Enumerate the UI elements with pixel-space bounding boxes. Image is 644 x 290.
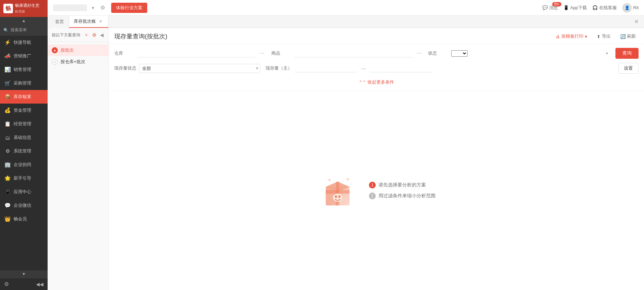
messages-badge: 99+ bbox=[552, 2, 561, 6]
chevron-up-icon: ⌃⌃ bbox=[359, 80, 366, 85]
vip-icon: 👑 bbox=[4, 216, 11, 222]
filter-dash: — bbox=[360, 66, 367, 71]
sidebar-item-finance[interactable]: 💰 资金管理 bbox=[0, 104, 48, 117]
svg-rect-4 bbox=[326, 190, 350, 194]
collapse-left-panel-btn[interactable]: ◀ bbox=[99, 32, 104, 38]
sidebar-item-label: 资金管理 bbox=[14, 107, 31, 113]
status-filter: 状态 全部 ▾ bbox=[428, 50, 610, 57]
tab-close-btn[interactable]: ✕ bbox=[98, 19, 103, 24]
sidebar-search[interactable]: 🔍 搜索菜单 bbox=[0, 24, 48, 36]
tab-home[interactable]: 首页 bbox=[50, 16, 69, 28]
user-name: Rit bbox=[633, 5, 639, 10]
sidebar-item-operations[interactable]: 📋 经营管理 bbox=[0, 117, 48, 131]
warehouse-label: 仓库 bbox=[114, 50, 135, 56]
sidebar-item-vip[interactable]: 👑 畅会员 bbox=[0, 212, 48, 226]
enterprise-icon: 🏢 bbox=[4, 161, 11, 168]
inventory-icon: 📦 bbox=[4, 93, 11, 100]
sidebar-item-wechat[interactable]: 💬 企业微信 bbox=[0, 199, 48, 212]
app-version: 标准版 bbox=[15, 9, 39, 14]
add-scheme-btn[interactable]: ＋ bbox=[83, 31, 89, 39]
sidebar-item-basic[interactable]: 🗂 基础信息 bbox=[0, 131, 48, 144]
tip-number-1: 1 bbox=[369, 182, 376, 188]
product-more-icon[interactable]: ··· bbox=[416, 50, 423, 56]
sidebar-item-purchase[interactable]: 🛒 采购管理 bbox=[0, 76, 48, 90]
scheme-item-batch[interactable]: ● 按批次 bbox=[48, 44, 108, 56]
sidebar-item-newguide[interactable]: 🌟 新手引导 bbox=[0, 171, 48, 185]
sidebar-item-inventory[interactable]: 📦 库存核算 bbox=[0, 90, 48, 104]
content-area: 按以下方案查询 ＋ ⚙ ◀ ● 按批次 ○ 按仓库+批次 bbox=[48, 28, 644, 290]
wechat-icon: 💬 bbox=[4, 202, 11, 209]
inventory-qty-from-input[interactable] bbox=[295, 64, 357, 72]
topbar-settings-btn[interactable]: ⚙ bbox=[99, 3, 106, 12]
scheme-list: ● 按批次 ○ 按仓库+批次 bbox=[48, 42, 108, 290]
svg-point-7 bbox=[338, 195, 340, 198]
sidebar-item-enterprise[interactable]: 🏢 企业协同 bbox=[0, 158, 48, 171]
topbar-breadcrumb-input[interactable] bbox=[53, 4, 87, 11]
refresh-btn[interactable]: 🔄 刷新 bbox=[617, 32, 639, 41]
tabbar: 首页 库存批次账 ✕ ✕ bbox=[48, 16, 644, 28]
inventory-status-label: 现存量状态 bbox=[114, 65, 136, 71]
product-input[interactable] bbox=[294, 49, 413, 57]
scheme-item-warehouse-batch[interactable]: ○ 按仓库+批次 bbox=[48, 56, 108, 68]
topbar-right: 💬 消息 99+ 📱 App下载 🎧 在线客服 👤 Rit bbox=[542, 3, 639, 13]
app-download-btn[interactable]: 📱 App下载 bbox=[563, 5, 587, 11]
sidebar-item-sales[interactable]: 📊 销售管理 bbox=[0, 63, 48, 76]
scheme-dot-inactive: ○ bbox=[52, 59, 58, 65]
sidebar: 畅 畅康通好生意 标准版 ▲ 🔍 搜索菜单 ⚡ 快捷导航 📣 营销推广 📊 销售… bbox=[0, 0, 48, 290]
user-profile-btn[interactable]: 👤 Rit bbox=[622, 3, 639, 13]
export-btn[interactable]: ⬆ 导出 bbox=[594, 32, 613, 41]
app-download-label: App下载 bbox=[570, 5, 587, 11]
sidebar-scroll-up[interactable]: ▲ bbox=[0, 17, 48, 24]
sidebar-item-marketing[interactable]: 📣 营销推广 bbox=[0, 49, 48, 63]
page-title: 现存量查询(按批次) bbox=[114, 32, 167, 40]
sidebar-nav: ⚡ 快捷导航 📣 营销推广 📊 销售管理 🛒 采购管理 📦 库存核算 💰 资金管… bbox=[0, 36, 48, 270]
status-dropdown-icon: ▾ bbox=[606, 51, 608, 56]
sidebar-scroll-down[interactable]: ▼ bbox=[0, 270, 48, 278]
inventory-status-filter: 现存量状态 全部 ▾ bbox=[114, 64, 260, 73]
sidebar-item-system[interactable]: ⚙ 系统管理 bbox=[0, 144, 48, 158]
export-icon: ⬆ bbox=[597, 34, 600, 39]
system-icon: ⚙ bbox=[4, 148, 11, 155]
online-support-btn[interactable]: 🎧 在线客服 bbox=[592, 5, 617, 11]
warehouse-more-icon[interactable]: ··· bbox=[258, 50, 266, 56]
empty-tip-2: 2 用过滤条件来缩小分析范围 bbox=[369, 193, 436, 199]
close-all-tabs-btn[interactable]: ✕ bbox=[631, 18, 641, 25]
inventory-qty-to-input[interactable] bbox=[370, 64, 433, 72]
scheme-label: 按批次 bbox=[61, 47, 74, 53]
tab-inventory-batch[interactable]: 库存批次账 ✕ bbox=[69, 16, 108, 28]
svg-point-6 bbox=[335, 195, 337, 198]
refresh-icon: 🔄 bbox=[620, 34, 626, 39]
sidebar-settings-icon[interactable]: ⚙ bbox=[4, 281, 9, 287]
topbar-dropdown-btn[interactable]: ▾ bbox=[90, 4, 96, 12]
sidebar-search-label: 搜索菜单 bbox=[11, 27, 27, 33]
basic-icon: 🗂 bbox=[4, 134, 11, 141]
collapse-filters-btn[interactable]: ⌃⌃ 收起更多条件 bbox=[356, 78, 397, 87]
scheme-settings-btn[interactable]: ⚙ bbox=[91, 32, 97, 38]
sidebar-item-label: 新手引导 bbox=[14, 175, 31, 181]
query-btn[interactable]: 查询 bbox=[615, 48, 639, 59]
empty-tips: 1 请先选择要分析的方案 2 用过滤条件来缩小分析范围 bbox=[369, 182, 436, 199]
empty-state: 1 请先选择要分析的方案 2 用过滤条件来缩小分析范围 bbox=[109, 91, 644, 290]
tip-text-1: 请先选择要分析的方案 bbox=[378, 182, 426, 188]
phone-icon: 📱 bbox=[563, 5, 569, 10]
status-select[interactable]: 全部 bbox=[451, 50, 468, 57]
message-icon: 💬 bbox=[542, 5, 548, 10]
sidebar-item-quick-nav[interactable]: ⚡ 快捷导航 bbox=[0, 36, 48, 49]
sidebar-collapse-icon[interactable]: ◀◀ bbox=[36, 282, 44, 287]
warehouse-input[interactable] bbox=[137, 49, 256, 57]
sidebar-item-label: 营销推广 bbox=[14, 53, 31, 59]
sidebar-header: 畅 畅康通好生意 标准版 bbox=[0, 0, 48, 17]
inventory-status-select[interactable]: 全部 bbox=[139, 64, 260, 73]
purchase-icon: 🛒 bbox=[4, 80, 11, 87]
experience-btn[interactable]: 体验行业方案 bbox=[111, 3, 147, 13]
print-btn[interactable]: 🖨 按模板打印 ▾ bbox=[553, 32, 590, 41]
print-dropdown-icon[interactable]: ▾ bbox=[585, 34, 587, 39]
scheme-label: 按仓库+批次 bbox=[61, 59, 85, 65]
filter-row-1: 仓库 ··· 商品 ··· 状态 全部 bbox=[114, 48, 639, 59]
messages-btn[interactable]: 💬 消息 99+ bbox=[542, 5, 558, 11]
sidebar-item-label: 快捷导航 bbox=[14, 39, 31, 46]
tip-number-2: 2 bbox=[369, 193, 376, 199]
sidebar-item-apps[interactable]: 📱 应用中心 bbox=[0, 185, 48, 199]
settings-outline-btn[interactable]: 设置 bbox=[618, 63, 639, 74]
sidebar-item-label: 采购管理 bbox=[14, 80, 31, 86]
